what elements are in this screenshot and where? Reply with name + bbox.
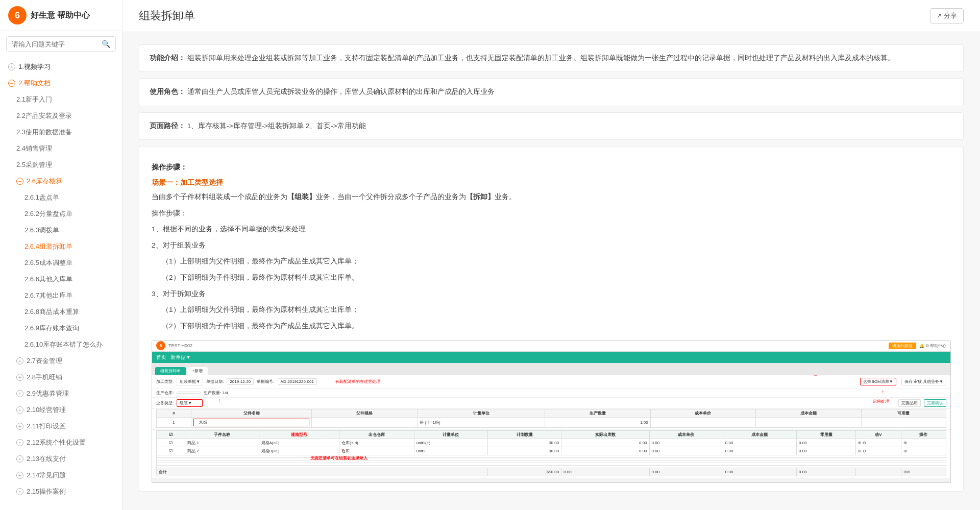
nav-list: + 1.视频学习 − 2.帮助文档 2.1新手入门 2.2产品安装及登录 2.3… xyxy=(0,57,122,502)
sim-warehouse-input xyxy=(177,392,201,394)
sidebar-item-cases[interactable]: + 2.15操作案例 xyxy=(0,483,122,500)
sidebar-item-videos[interactable]: + 1.视频学习 xyxy=(0,59,122,75)
ltd-qty-1: 30.00 xyxy=(487,439,561,447)
sim-sub-row: 生产仓库: 生产数量: 1/4 组装业务、拆卸业务在这里切换 xyxy=(152,388,950,398)
sidebar-item-label: 2.6.3调拨单 xyxy=(24,226,59,235)
td-unit: 份 (十=1份) xyxy=(418,417,545,427)
steps-intro: 操作步骤： xyxy=(152,207,951,220)
search-input[interactable] xyxy=(12,40,102,48)
sidebar-item-label: 2.8手机旺铺 xyxy=(27,373,62,382)
sidebar-item-inventory[interactable]: − 2.6库存核算 xyxy=(0,173,122,189)
lth-check: ☑ xyxy=(157,430,185,439)
th-cost: 成本单价 xyxy=(650,409,756,417)
sim-tab-inactive: +新增 xyxy=(187,367,208,375)
td-prod-qty: 1.00 xyxy=(545,417,651,427)
ltd-unit-2: unit1 xyxy=(414,447,487,455)
sim-label-type: 加工类型: xyxy=(156,379,174,384)
expand-icon: + xyxy=(16,390,23,397)
sidebar-item-sales[interactable]: 2.4销售管理 xyxy=(0,140,122,157)
sidebar-item-transfer[interactable]: 2.6.3调拨单 xyxy=(0,222,122,238)
sidebar-item-other-in[interactable]: 2.6.6其他入库单 xyxy=(0,271,122,287)
sidebar-item-finance[interactable]: + 2.7资金管理 xyxy=(0,353,122,369)
lth-avail: 零用量 xyxy=(797,430,856,439)
sim-arrow-3: ↑ xyxy=(881,389,884,395)
sidebar-item-assembly[interactable]: 2.6.4组装拆卸单 xyxy=(0,238,122,255)
sidebar-item-mobile[interactable]: + 2.8手机旺铺 xyxy=(0,369,122,385)
logo-text: 好生意 帮助中心 xyxy=(31,10,90,21)
main-area: 组装拆卸单 ↗ 分享 功能介绍： 组装拆卸单用来处理企业组装或拆卸等加工业务，支… xyxy=(122,0,980,510)
sidebar-item-coupon[interactable]: + 2.9优惠券管理 xyxy=(0,385,122,402)
sidebar-item-install[interactable]: 2.2产品安装及登录 xyxy=(0,108,122,124)
sidebar-item-operation[interactable]: + 2.10经营管理 xyxy=(0,402,122,418)
lft-sum-label: 合计 xyxy=(157,468,488,476)
logo-icon: 6 xyxy=(8,6,27,25)
sidebar-item-label: 2.5采购管理 xyxy=(16,160,52,169)
sim-form-row: 加工类型: 组装单据▼ 单据日期: 2019-12-20 单据编号: AD-20… xyxy=(152,375,950,388)
sidebar-item-other-out[interactable]: 2.6.7其他出库单 xyxy=(0,287,122,304)
share-button[interactable]: ↗ 分享 xyxy=(930,8,964,23)
path-block: 页面路径： 1、库存核算->库存管理->组装拆卸单 2、首页->常用功能 xyxy=(139,112,964,140)
sidebar-item-split-stock[interactable]: 2.6.2分量盘点单 xyxy=(0,206,122,222)
search-icon[interactable]: 🔍 xyxy=(102,40,110,48)
lth-qty: 计划数量 xyxy=(487,430,561,439)
sim-icons: 🔔 ⚙ 帮助中心 xyxy=(919,343,946,349)
sidebar-item-label: 2.13在线支付 xyxy=(27,454,66,464)
td-spec xyxy=(312,417,418,427)
collapse-sub-icon: − xyxy=(16,178,23,185)
ltd-unit-1: unit1(+) xyxy=(414,439,487,447)
ltd-spec-1: 规格A(×1) xyxy=(259,439,339,447)
step2: 2、对于组装业务 xyxy=(152,239,951,252)
sim-tab-active: 组装拆卸单 xyxy=(155,367,186,375)
lth-ops: 操作 xyxy=(901,430,946,439)
sidebar-item-label: 2.6.8商品成本重算 xyxy=(24,307,79,317)
sidebar-item-data-prep[interactable]: 2.3使用前数据准备 xyxy=(0,124,122,140)
sidebar-item-purchase[interactable]: 2.5采购管理 xyxy=(0,157,122,173)
sidebar-item-cost-recalc[interactable]: 2.6.8商品成本重算 xyxy=(0,304,122,320)
lft-sum-qty: $$0.00 xyxy=(487,468,561,476)
expand-icon: + xyxy=(16,423,23,430)
lft-empty-1 xyxy=(856,468,901,476)
sim-arrow-2: ↑ xyxy=(218,398,221,403)
sim-arrow-1: → xyxy=(813,372,818,378)
sidebar-item-label: 2.6库存核算 xyxy=(27,177,62,186)
td-goods: 米饭 xyxy=(191,417,312,427)
sidebar-header: 6 好生意 帮助中心 xyxy=(0,0,122,31)
th-qty: 计量单位 xyxy=(418,409,545,417)
sim-annotation-3: 启用处理 xyxy=(873,399,889,404)
sidebar-item-cost-adjust[interactable]: 2.6.5成本调整单 xyxy=(0,255,122,271)
sim-new-doc: 新单据▼ xyxy=(170,354,191,361)
sidebar-item-stock-query[interactable]: 2.6.9库存账本查询 xyxy=(0,320,122,336)
sidebar-item-faq[interactable]: + 2.14常见问题 xyxy=(0,467,122,483)
sim-lower-table-area: ☑ 子件名称 规格型号 出仓仓库 计量单位 计划数量 实际出库数 成本单价 成本… xyxy=(152,430,950,478)
sidebar-item-label: 2.15操作案例 xyxy=(27,487,66,496)
sidebar-item-account-error[interactable]: 2.6.10库存账本错了怎么办 xyxy=(0,336,122,353)
page-title: 组装拆卸单 xyxy=(139,8,195,23)
expand-icon: + xyxy=(16,406,23,414)
sidebar-item-online-pay[interactable]: + 2.13在线支付 xyxy=(0,451,122,467)
search-box[interactable]: 🔍 xyxy=(6,36,116,52)
sidebar-item-new-user[interactable]: 2.1新手入门 xyxy=(0,91,122,108)
sidebar-item-label: 2.14常见问题 xyxy=(27,471,66,480)
th-available: 可用量 xyxy=(861,409,946,417)
sidebar-item-print[interactable]: + 2.11打印设置 xyxy=(0,418,122,434)
sidebar: 6 好生意 帮助中心 🔍 + 1.视频学习 − 2.帮助文档 2.1新手入门 2… xyxy=(0,0,122,510)
main-header: 组装拆卸单 ↗ 分享 xyxy=(122,0,980,32)
share-label: 分享 xyxy=(944,11,957,20)
sim-bom-select: 选择BOM清单▼ xyxy=(860,378,896,385)
sim-annotation-1: 有装配清单的在这里处理 xyxy=(335,379,380,384)
ltd-ops-1: ⊕ xyxy=(901,439,946,447)
ltd-action-1: ⊕ ⊖ xyxy=(856,439,901,447)
sim-enable-input: 完善品用 xyxy=(898,399,921,407)
ltd-name-1: 商品 1 xyxy=(185,439,259,447)
lth-total: 成本金额 xyxy=(723,430,796,439)
sidebar-item-stocktake[interactable]: 2.6.1盘点单 xyxy=(0,189,122,206)
sidebar-item-customize[interactable]: + 2.12系统个性化设置 xyxy=(0,434,122,451)
ltd-action-2: ⊕ ⊖ xyxy=(856,447,901,455)
sidebar-item-label: 2.6.6其他入库单 xyxy=(24,275,72,284)
sim-goods-input: 米饭 xyxy=(193,419,310,426)
main-content: 功能介绍： 组装拆卸单用来处理企业组装或拆卸等加工业务，支持有固定装配清单的产品… xyxy=(122,32,980,510)
th-spec: 父件规格 xyxy=(312,409,418,417)
lft-sum-avail: 0.00 xyxy=(797,468,856,476)
sidebar-item-docs[interactable]: − 2.帮助文档 xyxy=(0,75,122,91)
sim-home: 首页 xyxy=(156,354,166,361)
